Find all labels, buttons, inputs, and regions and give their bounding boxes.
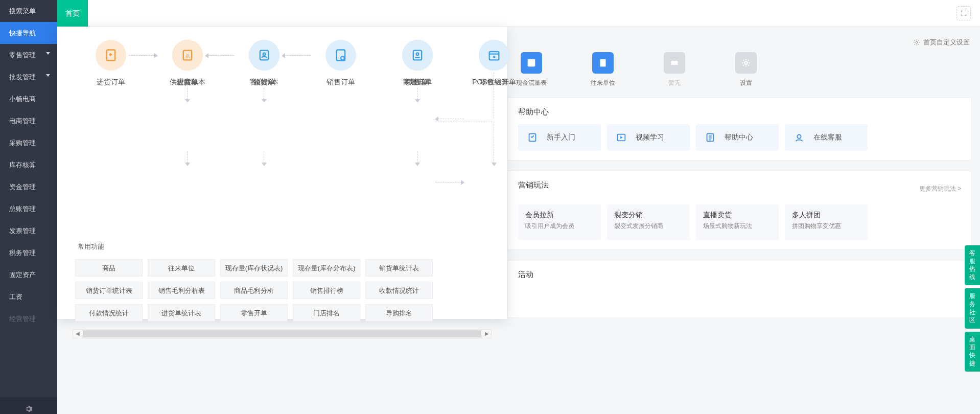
sidebar-item-invoice[interactable]: 发票管理 <box>0 220 57 242</box>
sidebar-item-assets[interactable]: 固定资产 <box>0 264 57 286</box>
svg-point-14 <box>263 53 266 55</box>
mkt-card-fission[interactable]: 裂变分销裂变式发展分销商 <box>607 204 690 240</box>
mkt-card-member[interactable]: 会员拉新吸引用户成为会员 <box>518 204 601 240</box>
arrow-icon <box>415 151 420 166</box>
gear-icon <box>735 52 757 74</box>
arrow-icon <box>492 122 497 166</box>
tag-hotline[interactable]: 客服热线 <box>965 245 980 285</box>
topbar: 首页 <box>57 0 980 27</box>
sidebar-item-label: 快捷导航 <box>9 29 36 37</box>
cf-btn[interactable]: 销货单统计表 <box>365 259 433 277</box>
marketing-more-link[interactable]: 更多营销玩法 > <box>919 185 961 193</box>
sidebar-item-ecom2[interactable]: 电商管理 <box>0 110 57 132</box>
cf-btn[interactable]: 进货单统计表 <box>148 304 215 321</box>
fullscreen-icon <box>960 10 967 17</box>
cf-btn[interactable]: 付款情况统计 <box>75 304 143 321</box>
cf-btn[interactable]: 商品毛利分析 <box>220 282 288 299</box>
customer-icon <box>249 40 279 71</box>
quick-settings[interactable]: 设置 <box>728 52 764 87</box>
settle-icon <box>479 40 509 71</box>
chevron-down-icon <box>46 74 50 77</box>
sidebar-item-label: 总账管理 <box>9 205 36 213</box>
sidebar-item-label: 发票管理 <box>9 227 36 235</box>
sidebar-item-ecom1[interactable]: 小畅电商 <box>0 88 57 110</box>
tag-community[interactable]: 服务社区 <box>965 288 980 328</box>
sidebar-item-retail[interactable]: 零售管理 <box>0 44 57 66</box>
svg-text:供: 供 <box>185 54 190 59</box>
scrollbar-thumb[interactable] <box>83 330 481 337</box>
fullscreen-button[interactable] <box>956 6 971 20</box>
flow-node-retail-settle[interactable]: 零售结算 <box>456 40 532 87</box>
cf-btn[interactable]: 导购排名 <box>365 304 433 321</box>
quick-empty[interactable]: 暂无 <box>657 52 692 87</box>
quicknav-flyout: 进货订单 进货单 销货单 销售订单 商城订单 POS收银开单 付款单 收款单 零… <box>57 27 507 319</box>
sidebar-item-label: 经营管理 <box>9 315 36 323</box>
horizontal-scrollbar[interactable]: ◀ ▶ <box>73 329 492 338</box>
cf-btn[interactable]: 收款情况统计 <box>365 282 433 299</box>
sidebar-item-quicknav[interactable]: 快捷导航 <box>0 22 57 44</box>
supplier-icon: 供 <box>172 40 203 71</box>
arrow-icon <box>185 88 190 102</box>
sidebar-item-ledger[interactable]: 总账管理 <box>0 198 57 220</box>
flow-node-purchase-order[interactable]: 进货订单 <box>73 40 149 87</box>
arrow-icon <box>435 180 464 185</box>
sidebar-item-label: 工资 <box>9 293 22 301</box>
cf-btn[interactable]: 销售排行榜 <box>293 282 360 299</box>
arrow-icon <box>185 151 190 166</box>
document-icon <box>703 130 717 145</box>
cf-btn[interactable]: 现存量(库存状况表) <box>220 259 288 277</box>
tag-desktop[interactable]: 桌面快捷 <box>965 332 980 372</box>
cf-btn[interactable]: 现存量(库存分布表) <box>293 259 360 277</box>
headset-icon <box>792 130 806 145</box>
customize-label: 首页自定义设置 <box>923 38 970 47</box>
help-card-center[interactable]: 帮助中心 <box>696 124 779 151</box>
svg-point-27 <box>797 135 801 139</box>
sidebar-item-purchase[interactable]: 采购管理 <box>0 132 57 154</box>
cf-btn[interactable]: 销售毛利分析表 <box>148 282 215 299</box>
quick-actions: 现金流量表 往来单位 暂无 设置 <box>507 52 972 87</box>
scroll-left-icon[interactable]: ◀ <box>73 330 82 338</box>
sidebar-item-label: 零售管理 <box>9 51 36 59</box>
flow-node-sales-order[interactable]: 销售订单 <box>302 40 379 87</box>
tab-home[interactable]: 首页 <box>57 0 88 27</box>
arrow-icon <box>415 88 420 102</box>
sidebar-item-salary[interactable]: 工资 <box>0 286 57 308</box>
common-functions-title: 常用功能 <box>78 242 502 251</box>
sidebar: 搜索菜单 快捷导航 零售管理 批发管理 小畅电商 电商管理 采购管理 库存核算 … <box>0 0 57 414</box>
customize-link[interactable]: 首页自定义设置 <box>913 38 970 47</box>
scroll-right-icon[interactable]: ▶ <box>482 330 491 338</box>
sidebar-item-business[interactable]: 经营管理 <box>0 308 57 330</box>
arrow-icon <box>435 117 464 122</box>
quick-contacts[interactable]: 往来单位 <box>585 52 621 87</box>
mkt-card-group[interactable]: 多人拼团拼团购物享受优惠 <box>785 204 868 240</box>
cf-btn[interactable]: 商品 <box>75 259 143 277</box>
floating-tags: 客服热线 服务社区 桌面快捷 <box>965 245 980 372</box>
sidebar-item-wholesale[interactable]: 批发管理 <box>0 66 57 88</box>
placeholder-icon <box>664 52 685 74</box>
help-card-support[interactable]: 在线客服 <box>785 124 868 151</box>
clipboard-icon <box>525 130 540 145</box>
sidebar-item-inventory[interactable]: 库存核算 <box>0 154 57 176</box>
cf-btn[interactable]: 零售开单 <box>220 304 288 321</box>
sidebar-item-funds[interactable]: 资金管理 <box>0 176 57 198</box>
sidebar-item-search[interactable]: 搜索菜单 <box>0 0 57 22</box>
mkt-card-live[interactable]: 直播卖货场景式购物新玩法 <box>696 204 779 240</box>
sidebar-item-tax[interactable]: 税务管理 <box>0 242 57 264</box>
flow-node-customer-ledger[interactable]: 客户账本 <box>226 40 302 87</box>
cf-btn[interactable]: 销货订单统计表 <box>75 282 143 299</box>
sidebar-settings[interactable] <box>0 398 57 414</box>
help-card-getting-started[interactable]: 新手入门 <box>518 124 601 151</box>
sidebar-item-label: 采购管理 <box>9 139 36 147</box>
sidebar-item-label: 电商管理 <box>9 117 36 125</box>
svg-rect-22 <box>671 61 678 64</box>
cf-btn[interactable]: 门店排名 <box>293 304 360 321</box>
help-panel: 帮助中心 新手入门 视频学习 帮助中心 在线客服 <box>507 98 972 160</box>
flow-node-supplier-ledger[interactable]: 供供应商账本 <box>149 40 226 87</box>
sidebar-item-label: 小畅电商 <box>9 95 36 103</box>
help-card-video[interactable]: 视频学习 <box>607 124 690 151</box>
common-functions-grid: 商品 往来单位 现存量(库存状况表) 现存量(库存分布表) 销货单统计表 销货订… <box>62 257 502 324</box>
cf-btn[interactable]: 往来单位 <box>148 259 215 277</box>
flow-node-retail-out[interactable]: 零售出库 <box>379 40 456 87</box>
sidebar-item-label: 税务管理 <box>9 249 36 257</box>
svg-point-4 <box>341 56 344 60</box>
